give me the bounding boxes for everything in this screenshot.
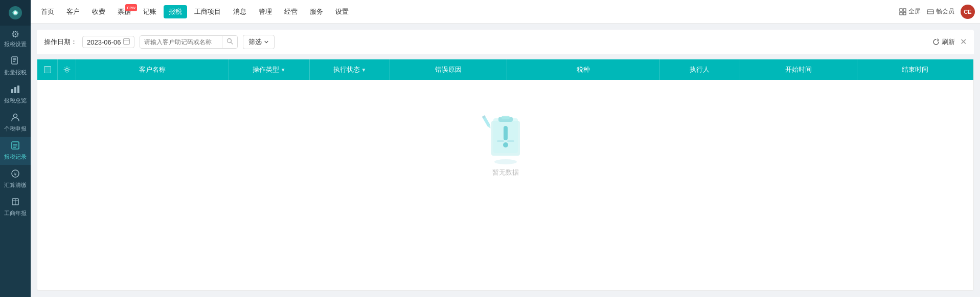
nav-item-home[interactable]: 首页 xyxy=(36,5,59,18)
tax-overview-icon xyxy=(11,84,20,95)
svg-line-30 xyxy=(231,43,233,45)
tax-records-icon xyxy=(11,141,20,152)
svg-rect-5 xyxy=(13,61,15,62)
sidebar-item-tax-settings[interactable]: ⚙ 报税设置 xyxy=(0,26,31,52)
svg-rect-7 xyxy=(14,87,16,93)
svg-point-1 xyxy=(14,11,17,14)
th-error: 错误原因 xyxy=(390,59,507,80)
th-setting xyxy=(58,59,76,80)
toolbar: 操作日期： 2023-06-06 xyxy=(37,30,974,54)
th-tax: 税种 xyxy=(507,59,660,80)
nav-item-settings[interactable]: 设置 xyxy=(330,5,354,18)
th-client: 客户名称 xyxy=(76,59,229,80)
nav-item-accounting[interactable]: 记账 xyxy=(138,5,162,18)
svg-point-40 xyxy=(503,142,508,147)
main-area: 首页 客户 收费 票据 new 记账 报税 工商项目 消息 管理 经营 服务 设… xyxy=(31,0,980,297)
svg-rect-38 xyxy=(502,116,510,119)
nav-item-invoice[interactable]: 票据 new xyxy=(112,5,136,18)
status-sort-icon: ▼ xyxy=(361,67,367,73)
page-body: 操作日期： 2023-06-06 xyxy=(31,24,980,297)
date-label: 操作日期： xyxy=(44,37,77,47)
new-badge: new xyxy=(125,4,137,11)
sidebar: ⚙ 报税设置 批量报税 报税总览 xyxy=(0,0,31,297)
svg-rect-41 xyxy=(497,140,504,142)
top-navigation: 首页 客户 收费 票据 new 记账 报税 工商项目 消息 管理 经营 服务 设… xyxy=(31,0,980,24)
svg-rect-21 xyxy=(900,12,902,15)
svg-rect-39 xyxy=(504,126,508,140)
member-label: 畅会员 xyxy=(936,7,954,16)
nav-items: 首页 客户 收费 票据 new 记账 报税 工商项目 消息 管理 经营 服务 设… xyxy=(36,5,899,18)
sidebar-item-tax-overview[interactable]: 报税总览 xyxy=(0,80,31,109)
th-optype[interactable]: 操作类型 ▼ xyxy=(229,59,310,80)
sidebar-item-personal-tax[interactable]: 个税申报 xyxy=(0,109,31,137)
settlement-icon: ¥ xyxy=(11,169,20,180)
svg-rect-19 xyxy=(900,9,902,11)
filter-button[interactable]: 筛选 xyxy=(243,35,275,49)
refresh-label: 刷新 xyxy=(942,37,955,47)
table-container: 客户名称 操作类型 ▼ 执行状态 ▼ 错误原因 税种 xyxy=(37,59,974,291)
nav-item-management[interactable]: 管理 xyxy=(254,5,277,18)
sidebar-item-tax-records[interactable]: 报税记录 xyxy=(0,137,31,165)
fullscreen-button[interactable]: 全屏 xyxy=(899,7,921,16)
svg-rect-3 xyxy=(13,58,16,59)
svg-rect-4 xyxy=(13,59,16,60)
th-executor: 执行人 xyxy=(660,59,741,80)
th-starttime: 开始时间 xyxy=(740,59,857,80)
nav-item-tax[interactable]: 报税 xyxy=(164,5,187,18)
th-checkbox xyxy=(37,59,58,80)
content-area: 操作日期： 2023-06-06 xyxy=(31,24,980,297)
svg-rect-10 xyxy=(12,142,19,149)
nav-item-messages[interactable]: 消息 xyxy=(228,5,252,18)
nav-item-finance[interactable]: 经营 xyxy=(279,5,303,18)
avatar[interactable]: CE xyxy=(961,5,975,19)
batch-tax-icon xyxy=(11,56,20,67)
table-header: 客户名称 操作类型 ▼ 执行状态 ▼ 错误原因 税种 xyxy=(37,59,973,80)
svg-rect-23 xyxy=(927,10,933,14)
svg-point-9 xyxy=(14,114,17,118)
optype-sort-icon: ▼ xyxy=(281,67,286,73)
svg-point-43 xyxy=(494,159,517,164)
nav-item-clients[interactable]: 客户 xyxy=(61,5,85,18)
svg-point-31 xyxy=(65,69,68,71)
nav-item-services[interactable]: 服务 xyxy=(305,5,328,18)
nav-item-billing[interactable]: 收费 xyxy=(87,5,110,18)
search-input[interactable] xyxy=(140,36,222,48)
sidebar-item-annual-report[interactable]: 工商年报 xyxy=(0,193,31,221)
th-endtime: 结束时间 xyxy=(857,59,973,80)
svg-rect-8 xyxy=(17,86,19,93)
empty-icon xyxy=(480,111,531,162)
search-box xyxy=(140,35,238,49)
member-button[interactable]: 畅会员 xyxy=(927,7,954,16)
svg-rect-25 xyxy=(123,39,129,45)
empty-state: 暂无数据 xyxy=(37,80,973,208)
fullscreen-label: 全屏 xyxy=(908,7,921,16)
date-value: 2023-06-06 xyxy=(87,38,121,46)
empty-text: 暂无数据 xyxy=(492,168,519,177)
close-button[interactable]: ✕ xyxy=(960,38,967,46)
filter-label: 筛选 xyxy=(248,37,262,47)
tax-settings-icon: ⚙ xyxy=(11,30,19,39)
sidebar-logo xyxy=(0,0,31,26)
date-picker[interactable]: 2023-06-06 xyxy=(82,36,134,48)
sidebar-item-settlement[interactable]: ¥ 汇算清缴 xyxy=(0,165,31,193)
refresh-button[interactable]: 刷新 xyxy=(932,37,955,47)
sidebar-item-batch-tax[interactable]: 批量报税 xyxy=(0,52,31,80)
personal-tax-icon xyxy=(11,113,20,123)
topnav-right: 全屏 畅会员 CE xyxy=(899,5,975,19)
annual-report-icon xyxy=(11,197,20,208)
svg-rect-20 xyxy=(903,9,906,11)
th-status[interactable]: 执行状态 ▼ xyxy=(310,59,391,80)
svg-rect-6 xyxy=(11,89,13,93)
select-all-checkbox[interactable] xyxy=(44,66,51,73)
svg-text:¥: ¥ xyxy=(13,172,17,177)
filter-chevron-icon xyxy=(264,38,269,46)
calendar-icon xyxy=(123,38,130,46)
svg-rect-22 xyxy=(903,12,906,15)
svg-rect-42 xyxy=(507,140,514,142)
search-button[interactable] xyxy=(222,36,237,48)
nav-item-business[interactable]: 工商项目 xyxy=(189,5,226,18)
